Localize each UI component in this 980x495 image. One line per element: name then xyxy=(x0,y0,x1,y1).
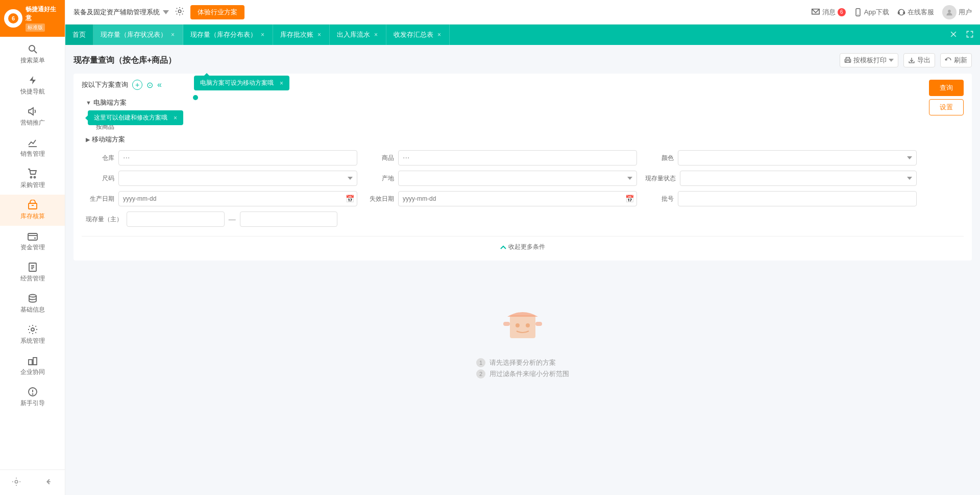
tab-close-receive-summary[interactable]: × xyxy=(436,31,442,38)
sidebar-item-quick-nav[interactable]: 快捷导航 xyxy=(0,70,65,101)
sidebar-item-enterprise[interactable]: 企业协同 xyxy=(0,350,65,382)
sidebar-item-marketing[interactable]: 营销推广 xyxy=(0,101,65,132)
svg-point-16 xyxy=(29,295,36,297)
tab-close-inventory-dist[interactable]: × xyxy=(260,31,265,38)
stock-main-from-input[interactable] xyxy=(127,211,225,227)
page-title: 现存量查询（按仓库+商品） xyxy=(74,55,176,66)
top-header: 装备及固定资产辅助管理系统 体验行业方案 消息 6 App下载 在线客服 xyxy=(65,0,980,25)
system-settings-icon xyxy=(28,324,38,335)
sidebar-item-guide[interactable]: 新手引导 xyxy=(0,382,65,413)
brand-svg: 6 xyxy=(8,13,19,24)
svg-rect-39 xyxy=(535,322,542,326)
wallet-icon xyxy=(28,231,38,241)
filter-row-3: 生产日期 📅 失效日期 📅 xyxy=(86,191,917,206)
scheme-dots-btn[interactable]: ⊙ xyxy=(146,80,153,90)
sidebar-item-finance[interactable]: 资金管理 xyxy=(0,226,65,257)
tab-receive-summary[interactable]: 收发存汇总表 × xyxy=(386,25,450,45)
sidebar-settings-btn[interactable] xyxy=(10,475,23,490)
report-icon xyxy=(28,262,38,272)
search-icon xyxy=(28,44,38,54)
origin-select[interactable] xyxy=(398,171,637,186)
message-icon xyxy=(811,8,820,17)
tab-close-in-out-flow[interactable]: × xyxy=(373,31,379,38)
main-area: 装备及固定资产辅助管理系统 体验行业方案 消息 6 App下载 在线客服 xyxy=(65,0,980,495)
sidebar-item-basic[interactable]: 基础信息 xyxy=(0,288,65,319)
query-btn[interactable]: 查询 xyxy=(929,80,964,96)
enterprise-icon xyxy=(28,356,38,366)
warehouse-input-wrap[interactable]: ··· xyxy=(118,150,357,166)
messages-btn[interactable]: 消息 6 xyxy=(811,8,846,17)
sidebar-collapse-btn[interactable] xyxy=(42,475,55,490)
sidebar-item-purchase[interactable]: 采购管理 xyxy=(0,163,65,195)
refresh-btn[interactable]: 刷新 xyxy=(940,53,972,67)
mobile-scheme-item[interactable]: ▶ 移动端方案 xyxy=(82,133,917,146)
tab-bar: 首页 现存量（库存状况表） × 现存量（库存分布表） × 库存批次账 × 出入库… xyxy=(65,25,980,45)
sidebar-item-search[interactable]: 搜索菜单 xyxy=(0,39,65,70)
tab-batch-ledger[interactable]: 库存批次账 × xyxy=(273,25,330,45)
reset-btn[interactable]: 设置 xyxy=(929,99,964,115)
guide-icon xyxy=(28,387,38,397)
tab-close-all-btn[interactable] xyxy=(947,28,960,42)
collapse-btn[interactable]: 收起更多条件 xyxy=(82,240,964,254)
empty-steps: 1 请先选择要分析的方案 2 用过滤条件来缩小分析范围 xyxy=(476,356,569,381)
filter-origin: 产地 xyxy=(365,171,637,186)
svg-rect-8 xyxy=(29,203,37,209)
logo-icon: 6 xyxy=(4,9,22,28)
sidebar-item-inventory[interactable]: 库存核算 xyxy=(0,195,65,226)
system-dropdown-icon xyxy=(163,10,169,14)
online-support-btn[interactable]: 在线客服 xyxy=(897,8,934,17)
svg-rect-38 xyxy=(503,322,510,326)
print-btn[interactable]: 按模板打印 xyxy=(840,53,898,67)
filter-produce-date: 生产日期 📅 xyxy=(86,191,357,206)
chart-icon xyxy=(28,137,38,148)
filter-panel: 按以下方案查询 + ⊙ « 电脑方案可设为移动方案哦 × 这里可以创建和修改方案… xyxy=(74,74,972,261)
tab-close-batch-ledger[interactable]: × xyxy=(316,31,322,38)
filter-fields-area: 仓库 ··· 商品 ··· xyxy=(82,150,917,227)
user-avatar-icon xyxy=(946,9,953,16)
sidebar-item-operations[interactable]: 经营管理 xyxy=(0,257,65,288)
svg-point-11 xyxy=(34,238,36,239)
tab-inventory-dist[interactable]: 现存量（库存分布表） × xyxy=(183,25,273,45)
scheme-back-btn[interactable]: « xyxy=(157,80,162,89)
app-download-btn[interactable]: App下载 xyxy=(854,8,889,17)
stock-main-to-input[interactable] xyxy=(240,211,338,227)
filter-stock-main: 现存量（主） — xyxy=(86,211,357,227)
batch-no-input[interactable] xyxy=(678,191,917,206)
tooltip-create-close[interactable]: × xyxy=(174,114,177,122)
desktop-scheme-item[interactable]: ▼ 电脑端方案 xyxy=(82,96,917,109)
refresh-icon xyxy=(945,57,952,64)
sidebar-logo: 6 畅捷通好生意 标准版 xyxy=(0,0,65,37)
svg-point-23 xyxy=(15,480,17,483)
goods-input-wrap[interactable]: ··· xyxy=(398,150,637,166)
filter-panel-inner: 按以下方案查询 + ⊙ « 电脑方案可设为移动方案哦 × 这里可以创建和修改方案… xyxy=(82,80,964,232)
tab-inventory-status[interactable]: 现存量（库存状况表） × xyxy=(93,25,183,45)
scheme-sub-1[interactable]: 按渠道 xyxy=(92,109,917,121)
color-select[interactable] xyxy=(678,150,917,166)
print-icon xyxy=(844,57,851,64)
svg-rect-35 xyxy=(510,315,535,338)
desktop-scheme-sub: 按渠道 按商品 xyxy=(82,109,917,133)
tab-home[interactable]: 首页 xyxy=(65,25,93,45)
size-select[interactable] xyxy=(118,171,357,186)
filter-size: 尺码 xyxy=(86,171,357,186)
scheme-sub-2[interactable]: 按商品 xyxy=(92,121,917,133)
system-name: 装备及固定资产辅助管理系统 xyxy=(74,8,169,17)
scheme-add-btn[interactable]: + xyxy=(132,80,142,90)
stock-status-select[interactable] xyxy=(680,171,917,186)
filter-row-2: 尺码 产地 xyxy=(86,171,917,186)
produce-date-input[interactable] xyxy=(118,191,357,206)
tooltip-scheme-close[interactable]: × xyxy=(280,80,283,87)
trial-industry-btn[interactable]: 体验行业方案 xyxy=(190,5,244,19)
export-btn[interactable]: 导出 xyxy=(903,53,935,67)
expire-date-input[interactable] xyxy=(398,191,637,206)
sidebar-item-sales[interactable]: 销售管理 xyxy=(0,132,65,163)
tab-in-out-flow[interactable]: 出入库流水 × xyxy=(330,25,386,45)
settings-icon xyxy=(175,7,184,16)
tab-close-inventory-status[interactable]: × xyxy=(170,31,176,38)
header-settings-btn[interactable] xyxy=(175,7,184,17)
svg-rect-19 xyxy=(33,358,37,365)
sidebar-item-system[interactable]: 系统管理 xyxy=(0,319,65,350)
collapse-up-icon xyxy=(500,244,506,250)
user-menu-btn[interactable]: 用户 xyxy=(942,5,972,19)
tab-expand-btn[interactable] xyxy=(964,28,976,42)
